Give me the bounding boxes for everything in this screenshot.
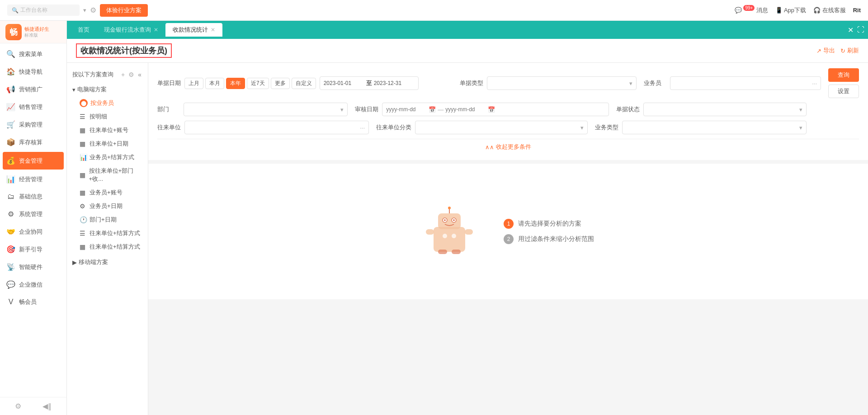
svg-point-7 <box>448 207 451 209</box>
scheme-group-expand-icon: ▾ <box>72 86 75 93</box>
scheme-item-2[interactable]: ▦ 往来单位+账号 <box>67 123 148 137</box>
date-btn-lastmonth[interactable]: 上月 <box>184 78 203 89</box>
user-avatar[interactable]: Rit <box>853 7 861 14</box>
sidebar-item-cooperation[interactable]: 🤝 企业协同 <box>0 223 66 241</box>
app-download-item[interactable]: 📱 App下载 <box>775 6 806 14</box>
tab-home[interactable]: 首页 <box>71 23 97 37</box>
trial-button[interactable]: 体验行业方案 <box>100 4 148 17</box>
date-to-input[interactable] <box>374 80 415 86</box>
scheme-item-5[interactable]: ▦ 按往来单位+部门+收... <box>67 164 148 186</box>
collapse-bar[interactable]: ∧∧ 收起更多条件 <box>157 139 859 155</box>
scheme-item-3[interactable]: ▦ 往来单位+日期 <box>67 137 148 151</box>
scheme-item-4[interactable]: 📊 业务员+结算方式 <box>67 151 148 164</box>
sidebar-item-operation[interactable]: 📊 经营管理 <box>0 170 66 188</box>
date-btn-7days[interactable]: 近7天 <box>247 78 269 89</box>
tab-fullscreen-icon[interactable]: ⛶ <box>857 26 864 34</box>
sidebar-item-wechat[interactable]: 💬 企业微信 <box>0 276 66 293</box>
tab-bank-flow[interactable]: 现金银行流水查询 ✕ <box>97 23 165 37</box>
biz-type-select[interactable]: ▾ <box>622 121 807 134</box>
partner-category-select[interactable]: ▾ <box>415 121 588 134</box>
scheme-item-1[interactable]: ☰ 按明细 <box>67 110 148 123</box>
page-title: 收款情况统计(按业务员) <box>76 43 172 58</box>
online-service-item[interactable]: 🎧 在线客服 <box>813 6 846 14</box>
scheme-item-9[interactable]: ☰ 往来单位+结算方式 <box>67 226 148 240</box>
settings-icon[interactable]: ⚙ <box>90 6 96 14</box>
tab-bar-actions: ✕ ⛶ <box>848 26 864 34</box>
doc-status-select[interactable]: ▾ <box>643 103 807 116</box>
date-from-input[interactable] <box>324 80 364 86</box>
refresh-button[interactable]: ↻ 刷新 <box>840 47 859 55</box>
refresh-label: 刷新 <box>847 47 859 55</box>
calendar-from-icon[interactable]: 📅 <box>429 106 436 113</box>
scheme-panel-title: 按以下方案查询 <box>72 71 113 79</box>
date-group: 上月 本月 本年 近7天 更多 自定义 <box>184 78 316 89</box>
scheme-item-10[interactable]: ▦ 往来单位+结算方式 <box>67 240 148 254</box>
scheme-item-0[interactable]: ⬤ 按业务员 <box>67 96 148 110</box>
search-bar[interactable]: 🔍 工作台名称 <box>7 5 80 16</box>
sidebar-item-baseinfo[interactable]: 🗂 基础信息 <box>0 188 66 205</box>
sidebar-item-sales[interactable]: 📈 销售管理 <box>0 98 66 116</box>
tab-receipt-stats[interactable]: 收款情况统计 ✕ <box>165 23 222 37</box>
add-scheme-icon[interactable]: + <box>120 70 126 79</box>
export-button[interactable]: ↗ 导出 <box>816 47 835 55</box>
scheme-group-mobile-header[interactable]: ▶ 移动端方案 <box>67 255 148 269</box>
scheme-item-6[interactable]: ▦ 业务员+账号 <box>67 186 148 199</box>
date-btn-more[interactable]: 更多 <box>271 78 290 89</box>
svg-rect-1 <box>438 213 461 229</box>
tab-bank-flow-close[interactable]: ✕ <box>154 27 158 33</box>
sidebar-item-inventory[interactable]: 📦 库存核算 <box>0 133 66 151</box>
date-btn-custom[interactable]: 自定义 <box>292 78 316 89</box>
sidebar-item-hardware-label: 智能硬件 <box>19 263 42 271</box>
scheme-item-label-9: 往来单位+结算方式 <box>90 229 140 237</box>
empty-state-area: 1 请先选择要分析的方案 2 用过滤条件来缩小分析范围 <box>148 164 868 299</box>
step-num-1: 1 <box>504 219 514 229</box>
salesman-select[interactable]: ··· <box>670 76 821 90</box>
dept-label: 部门 <box>157 105 180 113</box>
sidebar-item-search[interactable]: 🔍 搜索菜单 <box>0 45 66 63</box>
sidebar-item-hardware[interactable]: 📡 智能硬件 <box>0 258 66 276</box>
settings-bottom-icon[interactable]: ⚙ <box>15 402 21 410</box>
sidebar-item-purchase-label: 采购管理 <box>19 121 42 129</box>
scheme-collapse-icon[interactable]: « <box>137 70 142 79</box>
audit-from-input[interactable] <box>386 106 427 113</box>
tab-close-window-icon[interactable]: ✕ <box>848 26 854 34</box>
message-item[interactable]: 💬 99+ 消息 <box>735 6 768 14</box>
scheme-group-desktop-header[interactable]: ▾ 电脑端方案 <box>67 83 148 96</box>
sidebar-nav: 🔍 搜索菜单 🏠 快捷导航 📢 营销推广 📈 销售管理 🛒 采购管理 📦 库存核… <box>0 43 66 397</box>
sales-icon: 📈 <box>6 103 15 111</box>
date-btn-thisyear[interactable]: 本年 <box>226 78 245 89</box>
partner-more-icon[interactable]: ··· <box>360 124 365 131</box>
logo-text: 畅捷通好生 标准版 <box>24 26 49 38</box>
empty-state-content: 1 请先选择要分析的方案 2 用过滤条件来缩小分析范围 <box>422 204 594 259</box>
sidebar-bottom: ⚙ ◀‖ <box>0 397 66 415</box>
date-btn-thismonth[interactable]: 本月 <box>205 78 224 89</box>
tab-receipt-stats-close[interactable]: ✕ <box>211 27 215 33</box>
audit-date-range: 📅 — 📅 <box>382 103 609 116</box>
category-field: 单据类型 ▾ <box>460 76 637 90</box>
dropdown-arrow[interactable]: ▾ <box>83 7 86 14</box>
scheme-item-7[interactable]: ⚙ 业务员+日期 <box>67 199 148 213</box>
sidebar-item-system[interactable]: ⚙ 系统管理 <box>0 205 66 223</box>
audit-to-input[interactable] <box>445 106 486 113</box>
sidebar-item-guide[interactable]: 🎯 新手引导 <box>0 241 66 258</box>
category-select[interactable]: ▾ <box>487 76 637 90</box>
calendar-to-icon[interactable]: 📅 <box>488 106 495 113</box>
scheme-item-icon-9: ☰ <box>80 230 87 237</box>
sidebar-item-member[interactable]: V 畅会员 <box>0 293 66 311</box>
guide-icon: 🎯 <box>6 245 15 254</box>
setting-button[interactable]: 设置 <box>828 85 859 98</box>
sidebar-item-quicknav[interactable]: 🏠 快捷导航 <box>0 63 66 80</box>
dept-select[interactable]: ▾ <box>184 103 348 116</box>
sidebar-item-purchase[interactable]: 🛒 采购管理 <box>0 116 66 133</box>
query-button[interactable]: 查询 <box>828 68 859 82</box>
collapse-sidebar-icon[interactable]: ◀‖ <box>42 402 52 410</box>
scheme-item-label-5: 按往来单位+部门+收... <box>89 167 142 183</box>
scheme-item-8[interactable]: 🕐 部门+日期 <box>67 213 148 226</box>
sidebar-item-finance-label: 资金管理 <box>19 157 42 165</box>
inventory-icon: 📦 <box>6 138 15 146</box>
partner-select[interactable]: ··· <box>184 121 369 134</box>
svg-rect-8 <box>426 229 434 235</box>
scheme-setting-icon[interactable]: ⚙ <box>127 70 135 79</box>
sidebar-item-finance[interactable]: 💰 资金管理 <box>3 152 64 170</box>
sidebar-item-marketing[interactable]: 📢 营销推广 <box>0 80 66 98</box>
